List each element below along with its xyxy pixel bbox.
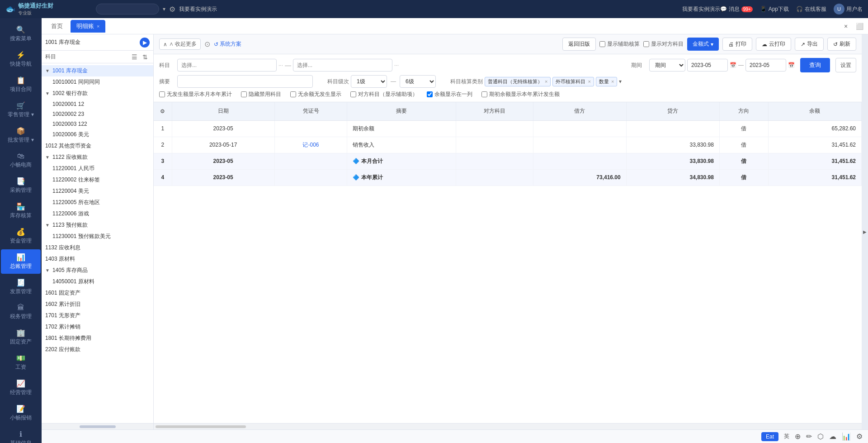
settings-btn[interactable]: 设置 bbox=[835, 58, 856, 72]
refresh-btn[interactable]: ↺ 刷新 bbox=[827, 38, 856, 51]
sidebar-item-retail[interactable]: 🛒 零售管理 ▾ bbox=[1, 98, 41, 122]
add-icon[interactable]: ⊕ bbox=[795, 432, 801, 441]
tab-ledger[interactable]: 明细账 × bbox=[71, 20, 105, 33]
sidebar-item-finance[interactable]: 💰 资金管理 bbox=[1, 224, 41, 248]
user-avatar-btn[interactable]: U 用户名 bbox=[834, 4, 863, 14]
sort-icon[interactable]: ⇅ bbox=[141, 52, 150, 62]
type-tag-3[interactable]: 数量 × bbox=[596, 77, 617, 86]
tree-item-1403[interactable]: 1403 原材料 bbox=[42, 253, 153, 265]
checkbox-no-amount[interactable]: 无发生额显示本月本年累计 bbox=[159, 91, 232, 98]
tree-item-1405[interactable]: ▼ 1405 库存商品 bbox=[42, 265, 153, 276]
tree-item-11230001[interactable]: 11230001 预付账款美元 bbox=[42, 231, 153, 242]
tree-item-1012[interactable]: 1012 其他货币资金 bbox=[42, 140, 153, 152]
tree-item-1702[interactable]: 1702 累计摊销 bbox=[42, 321, 153, 333]
tree-item-10020006[interactable]: 10020006 美元 bbox=[42, 129, 153, 140]
tree-item-14050001[interactable]: 14050001 原材料 bbox=[42, 276, 153, 287]
cell-voucher[interactable]: 记-006 bbox=[274, 137, 347, 153]
collapse-filter-btn[interactable]: ∧ ∧ 收起更多 bbox=[159, 38, 201, 50]
eat-btn[interactable]: Eat bbox=[761, 432, 778, 441]
tree-item-11220005[interactable]: 11220005 所在地区 bbox=[42, 197, 153, 208]
demo-link[interactable]: 我要看实例演示 bbox=[179, 5, 217, 13]
sidebar-item-salary[interactable]: 💵 工资 bbox=[1, 350, 41, 375]
tree-item-1002[interactable]: ▼ 1002 银行存款 bbox=[42, 88, 153, 99]
tree-item-10020002[interactable]: 10020002 23 bbox=[42, 109, 153, 119]
print-btn[interactable]: 🖨 打印 bbox=[722, 38, 752, 51]
period-end-input[interactable] bbox=[745, 59, 786, 71]
account-selector[interactable]: 1001 库存现金 bbox=[45, 38, 138, 46]
return-old-btn[interactable]: 返回旧版 bbox=[562, 38, 596, 51]
level-end-select[interactable]: 6级 5级 4级 bbox=[400, 75, 436, 88]
subject-end-input[interactable] bbox=[293, 59, 392, 71]
export-btn[interactable]: ↗ 导出 bbox=[795, 38, 824, 51]
tab-maximize-btn[interactable]: ⬜ bbox=[854, 21, 864, 31]
sidebar-item-fixed[interactable]: 🏢 固定资产 bbox=[1, 325, 41, 349]
checkbox-no-balance[interactable]: 无余额无发生显示 bbox=[290, 91, 341, 98]
show-opposite-checkbox[interactable]: 显示对方科目 bbox=[643, 40, 684, 48]
tag-remove-icon[interactable]: × bbox=[588, 79, 590, 84]
th-settings[interactable]: ⚙ bbox=[154, 102, 172, 120]
chart-icon[interactable]: 📊 bbox=[842, 432, 851, 441]
sidebar-item-operation[interactable]: 📈 经营管理 bbox=[1, 376, 41, 400]
plan-label[interactable]: ↺ 系统方案 bbox=[214, 40, 241, 48]
period-end-cal-icon[interactable]: 📅 bbox=[788, 62, 795, 68]
tree-item-1602[interactable]: 1602 累计折旧 bbox=[42, 299, 153, 310]
tab-home[interactable]: 首页 bbox=[45, 20, 69, 33]
next-account-btn[interactable]: ▶ bbox=[140, 38, 150, 48]
hex-icon[interactable]: ⬡ bbox=[817, 432, 824, 441]
checkbox-opposite[interactable]: 对方科目（显示辅助项） bbox=[350, 91, 418, 98]
cloud-print-btn[interactable]: ☁ 云打印 bbox=[756, 38, 791, 51]
tree-item-1001[interactable]: ▼ 1001 库存现金 bbox=[42, 65, 153, 76]
tree-item-10010001[interactable]: 10010001 同同同同 bbox=[42, 76, 153, 88]
sidebar-item-invoice[interactable]: 🧾 发票管理 bbox=[1, 275, 41, 299]
search-dropdown-arrow[interactable]: ▾ bbox=[163, 6, 165, 12]
tab-close-btn[interactable]: × bbox=[841, 21, 851, 31]
tree-item-1132[interactable]: 1132 应收利息 bbox=[42, 242, 153, 253]
show-auxiliary-checkbox[interactable]: 显示辅助核算 bbox=[599, 40, 640, 48]
online-service-btn[interactable]: 🎧 在线客服 bbox=[796, 5, 826, 13]
sidebar-item-purchase[interactable]: 📑 采购管理 bbox=[1, 173, 41, 198]
sidebar-item-project[interactable]: 📋 项目合同 bbox=[1, 72, 41, 97]
checkbox-hide-disabled[interactable]: 隐藏禁用科目 bbox=[241, 91, 281, 98]
sidebar-item-ecommerce[interactable]: 🛍 小畅电商 bbox=[1, 148, 41, 172]
sidebar-item-tax[interactable]: 🏛 税务管理 bbox=[1, 300, 41, 324]
checkbox-balance-one-col[interactable]: 余额显示在一列 bbox=[427, 91, 472, 98]
tree-item-1701[interactable]: 1701 无形资产 bbox=[42, 310, 153, 321]
tree-item-11220004[interactable]: 11220004 美元 bbox=[42, 186, 153, 197]
sidebar-item-search[interactable]: 🔍 搜索菜单 bbox=[1, 22, 41, 46]
amount-format-btn[interactable]: 金额式 ▾ bbox=[687, 38, 719, 51]
sidebar-item-basic[interactable]: ℹ 基础信息 bbox=[1, 426, 41, 443]
subject-input[interactable] bbox=[177, 59, 277, 71]
tree-item-11220006[interactable]: 11220006 游戏 bbox=[42, 208, 153, 219]
tree-item-1801[interactable]: 1801 长期待摊费用 bbox=[42, 333, 153, 344]
demo-link-text[interactable]: 我要看实例演示 bbox=[682, 5, 720, 13]
lang-btn[interactable]: 英 bbox=[784, 433, 789, 440]
type-tag-1[interactable]: 普通科目（无特殊核算） × bbox=[485, 77, 551, 86]
tree-item-1601[interactable]: 1601 固定资产 bbox=[42, 287, 153, 299]
tree-item-1123[interactable]: ▼ 1123 预付账款 bbox=[42, 219, 153, 231]
tree-item-1122[interactable]: ▼ 1122 应收账款 bbox=[42, 152, 153, 163]
tag-remove-icon[interactable]: × bbox=[545, 79, 547, 84]
tag-remove-icon[interactable]: × bbox=[611, 79, 614, 84]
quantity-dropdown-icon[interactable]: ▾ bbox=[619, 78, 622, 85]
tree-item-11220002[interactable]: 11220002 往来标签 bbox=[42, 174, 153, 186]
period-cal-icon[interactable]: 📅 bbox=[730, 62, 736, 68]
gear-icon[interactable]: ⚙ bbox=[169, 5, 175, 14]
messages-btn[interactable]: 💬 消息 99+ bbox=[720, 5, 753, 13]
sidebar-item-quick[interactable]: ⚡ 快捷导航 bbox=[1, 47, 41, 71]
tree-item-10020003[interactable]: 10020003 122 bbox=[42, 119, 153, 129]
right-edge-bar[interactable]: ▶ bbox=[862, 34, 868, 429]
query-btn[interactable]: 查询 bbox=[800, 58, 830, 72]
cloud-icon[interactable]: ☁ bbox=[829, 432, 836, 441]
edit-icon[interactable]: ✏ bbox=[806, 432, 812, 441]
sidebar-item-report[interactable]: 📝 小畅报销 bbox=[1, 401, 41, 425]
filter-settings-icon[interactable]: ⊙ bbox=[204, 40, 210, 48]
tree-item-10020001[interactable]: 10020001 12 bbox=[42, 99, 153, 109]
bottom-scrollbar[interactable] bbox=[154, 423, 862, 429]
summary-input[interactable] bbox=[177, 75, 313, 88]
tree-item-11220001[interactable]: 11220001 人民币 bbox=[42, 163, 153, 174]
sidebar-item-inventory[interactable]: 🏪 库存核算 bbox=[1, 199, 41, 223]
tree-item-2202[interactable]: 2202 应付账款 bbox=[42, 344, 153, 355]
table-settings-icon[interactable]: ⚙ bbox=[160, 108, 165, 114]
sidebar-item-wholesale[interactable]: 📦 批发管理 ▾ bbox=[1, 123, 41, 148]
type-tag-2[interactable]: 外币核算科目 × bbox=[552, 77, 594, 86]
